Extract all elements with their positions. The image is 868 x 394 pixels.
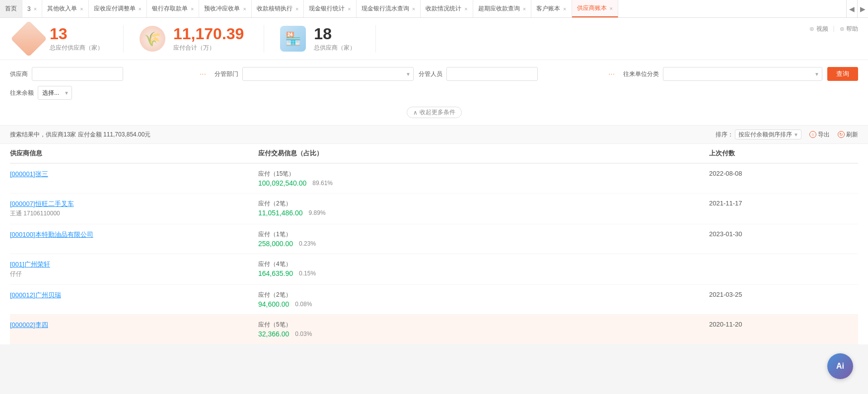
supplier-info-6: [000002]李四 [10,321,258,329]
result-text: 搜索结果中，供应商13家 应付金额 111,703,854.00元 [10,131,150,139]
table-row: [000002]李四 应付（5笔） 32,366.00 0.03% 2020-1… [10,315,858,344]
close-icon-3[interactable]: × [34,6,37,12]
trans-pct-5: 0.08% [295,301,312,308]
close-icon-supplier-ledger[interactable]: × [610,5,613,11]
supplier-info-4: [001]广州荣轩 仔仔 [10,260,258,278]
stat-info-amount: 11,170.39 应付合计（万） [173,26,244,52]
close-icon-receipt-exec[interactable]: × [295,6,298,12]
stat-label-suppliers: 总应付供应商（家） [50,44,103,52]
collapse-button[interactable]: ∧ 收起更多条件 [407,107,462,118]
close-icon-overdue-ar[interactable]: × [523,6,526,12]
supplier-info-2: [000007]恒旺二手叉车 王通 17106110000 [10,199,258,218]
last-pay-3: 2023-01-30 [709,230,858,238]
balance-filter-label: 往来余额 [10,89,34,97]
nav-tab-cash-bank-flow[interactable]: 现金银行流水查询 × [357,0,421,17]
close-icon-receipt-stat[interactable]: × [464,6,467,12]
nav-tab-3-label: 3 [27,5,31,12]
supplier-info-1: [000001]张三 [10,170,258,179]
nav-tab-cash-bank-stat-label: 现金银行统计 [309,4,345,13]
filter-row-1: 供应商 ··· 分管部门 ▼ 分管人员 ··· 往来单位分类 [10,67,858,81]
nav-tab-supplier-ledger-label: 供应商账本 [577,4,607,12]
close-icon-prepay-offset[interactable]: × [243,6,246,12]
close-icon-bank-deposit[interactable]: × [191,6,194,12]
last-pay-6: 2020-11-20 [709,321,858,328]
category-filter-label: 往来单位分类 [623,70,659,78]
refresh-link[interactable]: ↻ 刷新 [838,131,858,139]
trans-amount-3[interactable]: 258,000.00 [258,240,293,248]
nav-tab-receipt-stat[interactable]: 收款情况统计 × [421,0,473,17]
filter-supplier: 供应商 ··· [10,67,210,81]
nav-tab-other-income[interactable]: 其他收入单 × [42,0,88,17]
result-bar-right: 排序： 按应付余额倒序排序 ▼ ○ 导出 ↻ 刷新 [716,130,858,139]
trans-row-1: 100,092,540.00 89.61% [258,179,709,187]
stat-number-total-suppliers: 18 [314,26,356,42]
refresh-label: 刷新 [846,131,858,139]
trans-amount-2[interactable]: 11,051,486.00 [258,209,303,217]
filter-person: 分管人员 ··· [419,67,618,81]
trans-label-3: 应付（1笔） [258,230,709,239]
category-select-wrap: ▼ [663,67,823,81]
nav-tab-customer-ledger[interactable]: 客户账本 × [531,0,572,17]
person-input[interactable] [446,67,538,81]
query-button[interactable]: 查询 [827,67,858,81]
close-icon-customer-ledger[interactable]: × [563,6,566,12]
supplier-input[interactable] [32,67,123,81]
sort-select[interactable]: 按应付余额倒序排序 [735,130,801,139]
nav-tab-home[interactable]: 首页 [0,0,22,17]
nav-arrow-left[interactable]: ◀ [846,0,857,18]
supplier-input-wrap: ··· [32,67,210,81]
close-icon-other-income[interactable]: × [80,6,83,12]
stat-number-suppliers: 13 [50,26,103,42]
col-header-trans: 应付交易信息（占比） [258,149,709,158]
last-pay-5: 2021-03-25 [709,291,858,298]
trans-label-6: 应付（5笔） [258,321,709,329]
supplier-link-2[interactable]: [000007]恒旺二手叉车 [10,199,258,208]
video-link[interactable]: ⊙ 视频 [809,25,828,33]
trans-amount-5[interactable]: 94,600.00 [258,300,289,308]
supplier-link-5[interactable]: [000012]广州贝瑞 [10,291,258,300]
nav-tab-receipt-stat-label: 收款情况统计 [426,4,461,13]
trans-amount-1[interactable]: 100,092,540.00 [258,179,306,187]
close-icon-cash-bank-flow[interactable]: × [412,6,415,12]
trans-amount-4[interactable]: 164,635.90 [258,269,293,277]
sort-label: 排序： 按应付余额倒序排序 ▼ [716,130,801,139]
supplier-link-1[interactable]: [000001]张三 [10,170,258,179]
table-row: [000100]本特勤油品有限公司 应付（1笔） 258,000.00 0.23… [10,224,858,254]
category-select[interactable] [663,67,823,81]
trans-label-2: 应付（2笔） [258,199,709,208]
table-row: [000007]恒旺二手叉车 王通 17106110000 应付（2笔） 11,… [10,194,858,224]
nav-tab-prepay-offset[interactable]: 预收冲应收单 × [199,0,251,17]
supplier-link-3[interactable]: [000100]本特勤油品有限公司 [10,230,258,239]
supplier-icon [15,25,43,53]
nav-tab-bank-deposit[interactable]: 银行存取款单 × [147,0,199,17]
trans-row-6: 32,366.00 0.03% [258,330,709,338]
nav-tab-supplier-ledger[interactable]: 供应商账本 × [572,0,618,17]
trans-label-4: 应付（4笔） [258,260,709,268]
nav-tab-overdue-ar[interactable]: 超期应收款查询 × [473,0,531,17]
supplier-link-4[interactable]: [001]广州荣轩 [10,260,258,269]
dept-select[interactable] [242,67,414,81]
export-link[interactable]: ○ 导出 [809,131,830,139]
supplier-info-5: [000012]广州贝瑞 [10,291,258,300]
nav-tab-3[interactable]: 3 × [22,0,42,17]
supplier-filter-label: 供应商 [10,70,28,78]
stat-card-total-suppliers: 🏪 18 总供应商（家） [274,25,376,53]
amount-icon: 🌾 [139,25,166,53]
help-link[interactable]: ⊙ 帮助 [840,25,858,33]
collapse-bar[interactable]: ∧ 收起更多条件 [10,105,858,120]
nav-tab-receipt-exec[interactable]: 收款核销执行 × [252,0,304,17]
supplier-info-3: [000100]本特勤油品有限公司 [10,230,258,239]
close-icon-ar-ap-adjust[interactable]: × [139,6,142,12]
stat-info-total-suppliers: 18 总供应商（家） [314,26,356,52]
trans-amount-6[interactable]: 32,366.00 [258,330,289,338]
close-icon-cash-bank-stat[interactable]: × [348,6,351,12]
balance-select[interactable]: 选择... [38,86,72,100]
nav-tab-other-income-label: 其他收入单 [47,4,77,13]
nav-tab-ar-ap-adjust[interactable]: 应收应付调整单 × [89,0,147,17]
supplier-link-6[interactable]: [000002]李四 [10,321,258,329]
nav-tab-cash-bank-flow-label: 现金银行流水查询 [362,4,409,13]
nav-arrow-right[interactable]: ▶ [857,0,868,18]
trans-info-5: 应付（2笔） 94,600.00 0.08% [258,291,709,308]
dept-filter-label: 分管部门 [215,70,238,78]
nav-tab-cash-bank-stat[interactable]: 现金银行统计 × [304,0,356,17]
